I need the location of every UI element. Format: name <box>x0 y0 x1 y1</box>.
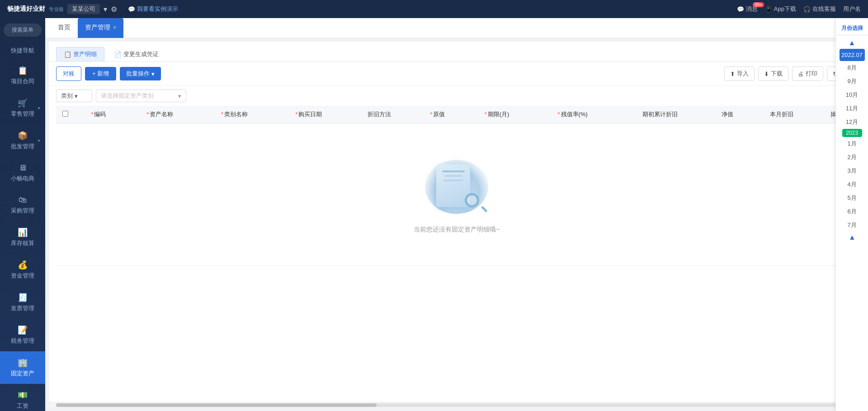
category-select[interactable]: 类别 ▾ <box>56 90 92 102</box>
category-placeholder: 请选择固定资产类别 <box>101 92 154 100</box>
print-button[interactable]: 🖨 打印 <box>792 66 823 81</box>
top-bar-left: 畅捷通好业财 专业版 某某公司 ▾ ⚙ 💬 我要看实例演示 <box>7 4 178 14</box>
sidebar-item-label: 固定资产 <box>11 369 34 378</box>
settings-icon[interactable]: ⚙ <box>111 5 117 14</box>
sub-tabs: 📋 资产明细 📄 变更生成凭证 <box>49 42 864 62</box>
sidebar: 搜索菜单 快捷导航 📋 项目合同 🛒 零售管理 📦 批发管理 🖥 小畅电商 🛍 … <box>0 18 45 411</box>
sidebar-item-assets[interactable]: 🏢 固定资产 <box>0 351 45 384</box>
wholesale-icon: 📦 <box>18 131 28 141</box>
tax-icon: 📝 <box>18 325 28 335</box>
sidebar-item-wholesale[interactable]: 📦 批发管理 <box>0 124 45 157</box>
month-9[interactable]: 9月 <box>836 75 868 88</box>
scroll-thumb[interactable] <box>56 403 377 407</box>
col-period: *期限(月) <box>462 106 532 123</box>
company-name[interactable]: 某某公司 <box>67 4 100 14</box>
sidebar-item-label: 库存核算 <box>11 239 34 247</box>
month-nav-up[interactable]: ▲ <box>847 37 858 49</box>
service-icon: 🎧 <box>803 6 811 13</box>
sidebar-item-finance[interactable]: 💰 资金管理 <box>0 254 45 286</box>
month-7[interactable]: 7月 <box>836 218 868 232</box>
sidebar-item-ecommerce[interactable]: 🖥 小畅电商 <box>0 157 45 189</box>
month-panel-title: 月份选择 <box>836 22 868 35</box>
batch-arrow-icon: ▾ <box>151 71 155 77</box>
ecommerce-icon: 🖥 <box>19 163 27 173</box>
col-residual-rate: *残值率(%) <box>532 106 613 123</box>
month-panel: 月份选择 ▲ 2022.07 8月 9月 10月 11月 12月 2023 1月… <box>835 18 868 411</box>
sidebar-item-label: 批发管理 <box>11 142 34 151</box>
empty-state: 当前您还没有固定资产明细哦~ <box>60 128 854 261</box>
demo-link[interactable]: 💬 我要看实例演示 <box>128 5 178 13</box>
company-dropdown-icon[interactable]: ▾ <box>104 5 107 14</box>
demo-label: 我要看实例演示 <box>137 5 178 13</box>
month-6[interactable]: 6月 <box>836 205 868 218</box>
home-tab-label: 首页 <box>58 24 71 32</box>
salary-icon: 💵 <box>18 390 28 400</box>
select-all-checkbox[interactable] <box>62 111 68 117</box>
month-3[interactable]: 3月 <box>836 164 868 178</box>
month-10[interactable]: 10月 <box>836 88 868 102</box>
tab-bar: 首页 资产管理 × <box>45 18 868 38</box>
sidebar-item-inventory[interactable]: 📊 库存核算 <box>0 221 45 254</box>
bottom-scroll-bar[interactable] <box>49 402 864 407</box>
download-button[interactable]: ⬇ 下载 <box>758 66 788 81</box>
search-menu-button[interactable]: 搜索菜单 <box>4 24 42 37</box>
reconcile-button[interactable]: 对账 <box>56 66 81 81</box>
month-nav-down[interactable]: ▼ <box>847 232 858 244</box>
month-12[interactable]: 12月 <box>836 115 868 129</box>
assets-table: *编码 *资产名称 *类别名称 *购买日期 折旧方法 *原值 *期限(月) *残… <box>56 106 857 266</box>
online-service-button[interactable]: 🎧 在线客服 <box>803 5 836 13</box>
app-icon: 📱 <box>765 6 772 13</box>
batch-operations-button[interactable]: 批量操作 ▾ <box>120 67 161 80</box>
sidebar-item-label: 采购管理 <box>11 207 34 215</box>
month-5[interactable]: 5月 <box>836 191 868 205</box>
sub-tab-change-voucher[interactable]: 📄 变更生成凭证 <box>106 47 166 61</box>
sidebar-item-label: 工资 <box>17 402 28 410</box>
month-1[interactable]: 1月 <box>836 137 868 151</box>
user-name[interactable]: 用户名 <box>843 5 861 13</box>
month-current[interactable]: 2022.07 <box>840 49 865 61</box>
col-code: *编码 <box>74 106 123 123</box>
import-button[interactable]: ⬆ 导入 <box>724 66 755 81</box>
col-category: *类别名称 <box>197 106 271 123</box>
add-button[interactable]: + 新增 <box>85 67 116 80</box>
month-11[interactable]: 11月 <box>836 102 868 115</box>
assets-detail-label: 资产明细 <box>73 50 97 58</box>
assets-icon: 🏢 <box>18 358 28 368</box>
sidebar-item-tax[interactable]: 📝 税务管理 <box>0 319 45 351</box>
col-accumulated-depreciation: 期初累计折旧 <box>613 106 707 123</box>
col-name: *资产名称 <box>123 106 197 123</box>
col-depreciation-method: 折旧方法 <box>346 106 413 123</box>
sidebar-item-salary[interactable]: 💵 工资 <box>0 384 45 411</box>
tab-assets-management[interactable]: 资产管理 × <box>78 18 123 38</box>
sub-tab-assets-detail[interactable]: 📋 资产明细 <box>56 47 104 61</box>
month-8[interactable]: 8月 <box>836 61 868 75</box>
app-download-button[interactable]: 📱 App下载 <box>765 5 796 13</box>
sidebar-item-label: 发票管理 <box>11 304 34 312</box>
messages-button[interactable]: 💬 消息 99+ <box>737 5 758 13</box>
month-2[interactable]: 2月 <box>836 151 868 164</box>
print-label: 打印 <box>806 70 817 78</box>
quick-nav-button[interactable]: 快捷导航 <box>0 42 45 59</box>
search-menu-area[interactable]: 搜索菜单 <box>0 18 45 42</box>
category-label: 类别 <box>61 92 73 100</box>
tab-close-icon[interactable]: × <box>113 24 116 31</box>
sidebar-item-purchase[interactable]: 🛍 采购管理 <box>0 189 45 221</box>
category-input[interactable]: 请选择固定资产类别 ▾ <box>96 90 186 102</box>
tab-home[interactable]: 首页 <box>51 18 78 38</box>
sidebar-item-project[interactable]: 📋 项目合同 <box>0 59 45 92</box>
purchase-icon: 🛍 <box>19 195 27 205</box>
sidebar-item-invoice[interactable]: 🧾 发票管理 <box>0 286 45 319</box>
sidebar-item-label: 税务管理 <box>11 337 34 345</box>
top-bar-right: 💬 消息 99+ 📱 App下载 🎧 在线客服 用户名 <box>737 5 861 13</box>
message-icon: 💬 <box>737 6 744 13</box>
magnifier-icon <box>465 193 486 214</box>
print-icon: 🖨 <box>798 71 804 77</box>
download-label: 下载 <box>771 70 783 78</box>
sidebar-item-retail[interactable]: 🛒 零售管理 <box>0 92 45 124</box>
page-content: 📋 资产明细 📄 变更生成凭证 对账 + 新增 批量操作 ▾ ⬆ <box>49 42 864 407</box>
month-4[interactable]: 4月 <box>836 178 868 191</box>
download-icon: ⬇ <box>764 71 769 77</box>
change-voucher-icon: 📄 <box>114 51 122 58</box>
main-content: 首页 资产管理 × 📋 资产明细 📄 变更生成凭证 <box>45 18 868 411</box>
batch-label: 批量操作 <box>126 70 150 78</box>
